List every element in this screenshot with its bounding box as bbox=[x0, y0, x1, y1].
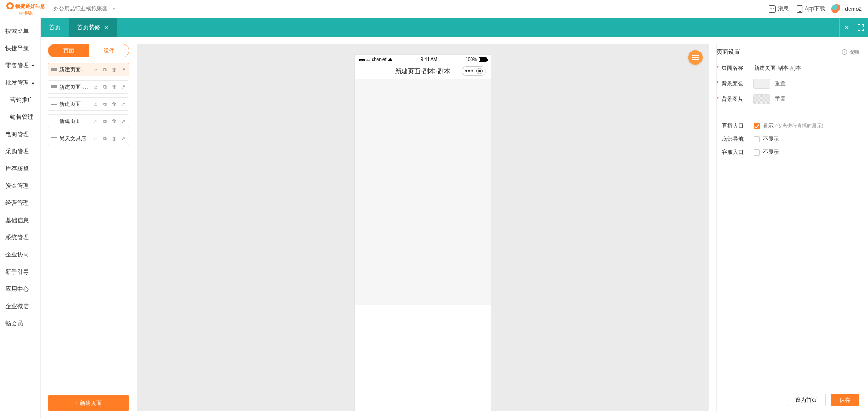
nav-appcenter[interactable]: 应用中心 bbox=[0, 280, 40, 298]
page-row[interactable]: 新建页面 ⌂ ⧉ 🗑 ↗ bbox=[48, 114, 129, 128]
copy-icon[interactable]: ⧉ bbox=[102, 84, 108, 90]
video-help-button[interactable]: 视频 bbox=[842, 49, 859, 56]
nav-marketing[interactable]: 营销推广 bbox=[0, 91, 40, 109]
home-icon[interactable]: ⌂ bbox=[93, 101, 99, 107]
phone-titlebar: 新建页面-副本-副本 ••• bbox=[355, 64, 491, 79]
live-checkbox[interactable] bbox=[754, 123, 760, 129]
label-bgimg: 背景图片 bbox=[722, 95, 753, 103]
copy-icon[interactable]: ⧉ bbox=[102, 118, 108, 124]
bgimg-reset[interactable]: 重置 bbox=[775, 95, 786, 103]
seg-page[interactable]: 页面 bbox=[48, 44, 89, 57]
nav-guide[interactable]: 新手引导 bbox=[0, 263, 40, 280]
delete-icon[interactable]: 🗑 bbox=[111, 118, 117, 124]
tenant-selector[interactable]: 办公用品行业模拟账套 bbox=[50, 3, 119, 14]
page-row[interactable]: 新建页面 ⌂ ⧉ 🗑 ↗ bbox=[48, 97, 129, 111]
app-download-button[interactable]: App下载 bbox=[797, 5, 825, 13]
nav-basic[interactable]: 基础信息 bbox=[0, 212, 40, 229]
phone-body[interactable] bbox=[355, 79, 491, 305]
share-icon[interactable]: ↗ bbox=[120, 101, 126, 107]
avatar[interactable] bbox=[831, 4, 841, 14]
bgimg-swatch[interactable] bbox=[753, 94, 770, 104]
nav-collab[interactable]: 企业协同 bbox=[0, 246, 40, 263]
nav-member[interactable]: 畅会员 bbox=[0, 315, 40, 332]
home-icon[interactable]: ⌂ bbox=[93, 135, 99, 142]
nav-wholesale[interactable]: 批发管理 bbox=[0, 74, 40, 91]
service-checkbox[interactable] bbox=[754, 149, 760, 156]
drag-icon[interactable] bbox=[51, 85, 57, 89]
nav-quicknav[interactable]: 快捷导航 bbox=[0, 40, 40, 57]
page-row[interactable]: 新建页面-副本 ⌂ ⧉ 🗑 ↗ bbox=[48, 80, 129, 94]
tabbar-fullscreen-button[interactable] bbox=[854, 18, 868, 37]
canvas-menu-button[interactable] bbox=[688, 50, 703, 65]
close-icon[interactable]: ✕ bbox=[104, 24, 108, 31]
messages-label: 消息 bbox=[778, 5, 789, 13]
label-page-name: 页面名称 bbox=[722, 64, 753, 72]
share-icon[interactable]: ↗ bbox=[120, 135, 126, 142]
drag-icon[interactable] bbox=[51, 119, 57, 124]
home-icon[interactable]: ⌂ bbox=[93, 84, 99, 90]
carrier-label: chanjet bbox=[372, 57, 386, 62]
logo-icon bbox=[6, 2, 14, 10]
bottomnav-checkbox[interactable] bbox=[754, 136, 760, 142]
live-show-label: 显示 bbox=[763, 122, 774, 130]
phone-preview: ●●●○○ chanjet 9:41 AM 100% 新建页面-副本-副本 bbox=[355, 55, 491, 411]
share-icon[interactable]: ↗ bbox=[120, 118, 126, 124]
settings-panel: 页面设置 视频 * 页面名称 * 背景颜色 重置 bbox=[716, 44, 861, 411]
canvas: ●●●○○ chanjet 9:41 AM 100% 新建页面-副本-副本 bbox=[137, 44, 709, 411]
messages-button[interactable]: 消息 bbox=[769, 5, 789, 13]
copy-icon[interactable]: ⧉ bbox=[102, 66, 108, 73]
tab-home[interactable]: 首页 bbox=[41, 18, 69, 37]
drag-icon[interactable] bbox=[51, 136, 57, 141]
page-row[interactable]: 昊天文具店 ⌂ ⧉ 🗑 ↗ bbox=[48, 132, 129, 145]
page-list: 新建页面-副本-… ⌂ ⧉ 🗑 ↗ 新建页面-副本 ⌂ ⧉ 🗑 ↗ bbox=[48, 63, 129, 145]
tab-editor[interactable]: 首页装修 ✕ bbox=[69, 18, 117, 37]
chevron-up-icon bbox=[31, 82, 35, 84]
app-header: 畅捷通好生意 标准版 办公用品行业模拟账套 消息 App下载 demo2 bbox=[0, 0, 868, 18]
nav-system[interactable]: 系统管理 bbox=[0, 229, 40, 246]
nav-ecommerce[interactable]: 电商管理 bbox=[0, 126, 40, 143]
clock-label: 9:41 AM bbox=[421, 57, 438, 62]
nav-purchase[interactable]: 采购管理 bbox=[0, 143, 40, 160]
label-bottomnav: 底部导航 bbox=[722, 135, 754, 143]
copy-icon[interactable]: ⧉ bbox=[102, 101, 108, 107]
new-page-button[interactable]: + 新建页面 bbox=[48, 395, 129, 411]
delete-icon[interactable]: 🗑 bbox=[111, 135, 117, 142]
play-icon bbox=[842, 49, 847, 55]
copy-icon[interactable]: ⧉ bbox=[102, 135, 108, 142]
delete-icon[interactable]: 🗑 bbox=[111, 66, 117, 73]
nav-biz[interactable]: 经营管理 bbox=[0, 195, 40, 212]
tabbar-close-button[interactable]: ✕ bbox=[839, 18, 854, 37]
page-row-name: 新建页面 bbox=[59, 118, 90, 125]
miniprogram-controls[interactable]: ••• bbox=[462, 66, 486, 76]
bgcolor-reset[interactable]: 重置 bbox=[775, 80, 786, 88]
target-icon bbox=[476, 68, 483, 74]
nav-sales[interactable]: 销售管理 bbox=[0, 109, 40, 126]
delete-icon[interactable]: 🗑 bbox=[111, 84, 117, 90]
share-icon[interactable]: ↗ bbox=[120, 84, 126, 90]
label-service: 客服入口 bbox=[722, 148, 754, 156]
signal-icon: ●●●○○ bbox=[359, 57, 370, 62]
nav-search[interactable]: 搜索菜单 bbox=[0, 23, 40, 40]
set-home-button[interactable]: 设为首页 bbox=[787, 394, 826, 406]
drag-icon[interactable] bbox=[51, 102, 57, 106]
seg-component[interactable]: 组件 bbox=[89, 44, 129, 57]
share-icon[interactable]: ↗ bbox=[120, 66, 126, 73]
nav-wechat[interactable]: 企业微信 bbox=[0, 298, 40, 315]
page-row[interactable]: 新建页面-副本-… ⌂ ⧉ 🗑 ↗ bbox=[48, 63, 129, 76]
service-label: 不显示 bbox=[763, 148, 779, 156]
message-icon bbox=[769, 5, 776, 13]
main-sidebar: 搜索菜单 快捷导航 零售管理 批发管理 营销推广 销售管理 电商管理 采购管理 … bbox=[0, 18, 41, 418]
home-icon[interactable]: ⌂ bbox=[93, 66, 99, 73]
home-icon[interactable]: ⌂ bbox=[93, 118, 99, 124]
nav-fund[interactable]: 资金管理 bbox=[0, 177, 40, 195]
page-list-panel: 页面 组件 新建页面-副本-… ⌂ ⧉ 🗑 ↗ 新建页面 bbox=[48, 44, 129, 411]
page-name-input[interactable] bbox=[753, 63, 861, 73]
drag-icon[interactable] bbox=[51, 67, 57, 72]
more-icon: ••• bbox=[465, 68, 474, 74]
nav-retail[interactable]: 零售管理 bbox=[0, 57, 40, 74]
nav-stock[interactable]: 库存核算 bbox=[0, 160, 40, 177]
bgcolor-swatch[interactable] bbox=[753, 79, 770, 89]
username[interactable]: demo2 bbox=[845, 6, 862, 12]
delete-icon[interactable]: 🗑 bbox=[111, 101, 117, 107]
save-button[interactable]: 保存 bbox=[831, 394, 859, 406]
